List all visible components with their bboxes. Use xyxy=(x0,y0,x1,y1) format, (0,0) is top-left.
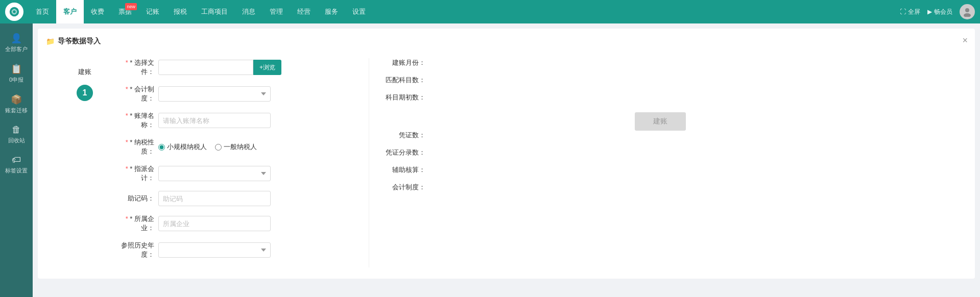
close-button[interactable]: × xyxy=(962,36,968,45)
tax-small-radio[interactable] xyxy=(158,144,165,151)
svg-point-3 xyxy=(964,13,971,17)
nav-invoice[interactable]: 票据 new xyxy=(111,0,139,23)
match-subjects-row: 匹配科目数： xyxy=(385,76,936,85)
nav-billing[interactable]: 收费 xyxy=(84,0,111,23)
account-migration-label: 账套迁移 xyxy=(5,107,28,114)
memo-input[interactable] xyxy=(158,191,271,206)
left-panel: * 选择文件： +浏览 * 会计制度： xyxy=(113,58,369,267)
right-tools: ⛶ 全屏 ▶ 畅会员 xyxy=(900,4,975,19)
nav-items: 首页 客户 收费 票据 new 记账 报税 工商项目 消息 管理 经营 服务 设… xyxy=(29,0,900,23)
company-row: * 所属企业： xyxy=(113,214,369,233)
nav-service[interactable]: 服务 xyxy=(318,0,345,23)
right-panel: 建账月份： 匹配科目数： 科目期初数： 建账 xyxy=(369,58,936,267)
avatar[interactable] xyxy=(960,4,975,19)
tax-type-label: * 纳税性质： xyxy=(113,138,154,156)
card-title: 📁 导爷数据导入 xyxy=(46,37,967,46)
nav-message[interactable]: 消息 xyxy=(235,0,262,23)
svg-point-1 xyxy=(13,10,16,13)
main-content: 📁 导爷数据导入 × 建账 1 * 选择文件： xyxy=(33,23,980,297)
sidebar-item-recycle[interactable]: 🗑 回收站 xyxy=(0,120,33,148)
file-select-label: * 选择文件： xyxy=(113,58,154,77)
nav-account[interactable]: 记账 xyxy=(139,0,166,23)
sidebar-item-tag-settings[interactable]: 🏷 标签设置 xyxy=(0,151,33,179)
vip-label: 畅会员 xyxy=(934,8,952,16)
layout: 👤 全部客户 📋 0申报 📦 账套迁移 🗑 回收站 🏷 标签设置 📁 导爷数据导… xyxy=(0,23,980,297)
assign-accountant-label: * 指派会计： xyxy=(113,164,154,183)
sidebar: 👤 全部客户 📋 0申报 📦 账套迁移 🗑 回收站 🏷 标签设置 xyxy=(0,23,33,297)
nav-settings[interactable]: 设置 xyxy=(345,0,373,23)
nav-home[interactable]: 首页 xyxy=(29,0,56,23)
account-month-row: 建账月份： xyxy=(385,58,936,67)
new-badge: new xyxy=(125,3,137,10)
tax-small-radio-item[interactable]: 小规模纳税人 xyxy=(158,142,207,152)
history-year-row: 参照历史年度： xyxy=(113,241,369,259)
sidebar-item-all-customers[interactable]: 👤 全部客户 xyxy=(0,29,33,57)
assign-accountant-select[interactable] xyxy=(158,166,271,181)
tax-general-label: 一般纳税人 xyxy=(224,142,257,152)
nav-manage[interactable]: 管理 xyxy=(262,0,290,23)
right-action: 建账 xyxy=(385,112,936,131)
tag-settings-label: 标签设置 xyxy=(5,167,28,175)
nav-business[interactable]: 工商项目 xyxy=(194,0,235,23)
file-select-row: * 选择文件： +浏览 xyxy=(113,58,369,77)
tax-return-icon: 📋 xyxy=(11,63,22,75)
main-card: 📁 导爷数据导入 × 建账 1 * 选择文件： xyxy=(38,29,975,279)
memo-label: 助记码： xyxy=(113,194,154,203)
voucher-entries-label: 凭证分录数： xyxy=(385,148,425,157)
voucher-count-label: 凭证数： xyxy=(385,131,425,140)
memo-row: 助记码： xyxy=(113,191,369,206)
sidebar-item-account-migration[interactable]: 📦 账套迁移 xyxy=(0,90,33,118)
content-body: * 选择文件： +浏览 * 会计制度： xyxy=(113,58,936,267)
voucher-entries-row: 凭证分录数： xyxy=(385,148,936,157)
browse-button[interactable]: +浏览 xyxy=(253,60,281,75)
top-navigation: 首页 客户 收费 票据 new 记账 报税 工商项目 消息 管理 经营 服务 设… xyxy=(0,0,980,23)
ledger-name-input[interactable] xyxy=(158,113,271,128)
subject-initial-label: 科目期初数： xyxy=(385,93,425,102)
account-month-label: 建账月份： xyxy=(385,58,425,67)
ledger-name-label: * 账簿名称： xyxy=(113,111,154,130)
vip-btn[interactable]: ▶ 畅会员 xyxy=(927,8,952,16)
history-year-label: 参照历史年度： xyxy=(113,241,154,259)
assign-accountant-row: * 指派会计： xyxy=(113,164,369,183)
ledger-name-row: * 账簿名称： xyxy=(113,111,369,130)
card-title-text: 导爷数据导入 xyxy=(58,37,101,46)
accounting-system-info-row: 会计制度： xyxy=(385,183,936,192)
nav-customer[interactable]: 客户 xyxy=(56,0,84,23)
create-account-button[interactable]: 建账 xyxy=(635,112,686,131)
accounting-system-info-label: 会计制度： xyxy=(385,183,425,192)
file-input-group: +浏览 xyxy=(158,60,271,75)
step-label: 建账 xyxy=(78,67,91,77)
tax-general-radio-item[interactable]: 一般纳税人 xyxy=(215,142,257,152)
all-customers-icon: 👤 xyxy=(11,33,22,44)
company-label: * 所属企业： xyxy=(113,214,154,233)
recycle-icon: 🗑 xyxy=(12,125,21,135)
tax-return-label: 0申报 xyxy=(9,76,23,84)
nav-operation[interactable]: 经营 xyxy=(290,0,318,23)
nav-tax[interactable]: 报税 xyxy=(166,0,194,23)
history-year-select[interactable] xyxy=(158,242,271,258)
logo[interactable] xyxy=(5,3,23,21)
step-badge: 1 xyxy=(77,85,93,101)
tax-small-label: 小规模纳税人 xyxy=(167,142,207,152)
tax-general-radio[interactable] xyxy=(215,144,222,151)
tax-type-row: * 纳税性质： 小规模纳税人 一般纳税人 xyxy=(113,138,369,156)
account-migration-icon: 📦 xyxy=(11,94,22,105)
fullscreen-icon: ⛶ xyxy=(900,8,906,15)
company-input[interactable] xyxy=(158,216,271,231)
match-subjects-label: 匹配科目数： xyxy=(385,76,425,85)
accounting-system-row: * 会计制度： xyxy=(113,85,369,103)
sidebar-item-tax-return[interactable]: 📋 0申报 xyxy=(0,59,33,88)
tax-type-radio-group: 小规模纳税人 一般纳税人 xyxy=(158,142,257,152)
step-section: 建账 1 * 选择文件： +浏览 xyxy=(46,58,967,267)
aux-accounting-label: 辅助核算： xyxy=(385,165,425,175)
accounting-system-label: * 会计制度： xyxy=(113,85,154,103)
all-customers-label: 全部客户 xyxy=(5,45,28,53)
file-input[interactable] xyxy=(158,60,253,75)
aux-accounting-row: 辅助核算： xyxy=(385,165,936,175)
voucher-count-row: 凭证数： xyxy=(385,131,936,140)
fullscreen-label: 全屏 xyxy=(908,8,920,16)
vip-icon: ▶ xyxy=(927,8,932,15)
fullscreen-btn[interactable]: ⛶ 全屏 xyxy=(900,8,920,16)
accounting-system-select[interactable] xyxy=(158,86,271,102)
tag-settings-icon: 🏷 xyxy=(12,155,21,165)
